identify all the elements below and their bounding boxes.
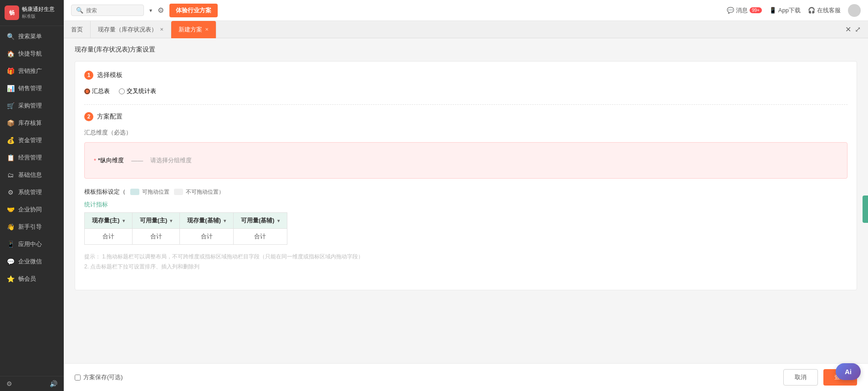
non-draggable-indicator: 不可拖动位置） (174, 188, 224, 196)
col-label-1: 可用量(主) (140, 216, 168, 225)
operations-icon: 📋 (6, 154, 15, 161)
search-menu-icon: 🔍 (6, 33, 15, 40)
option-summary[interactable]: 汇总表 (84, 87, 110, 95)
ai-bubble[interactable]: Ai (836, 363, 861, 380)
dimension-hint: 请选择分组维度 (150, 156, 192, 165)
sidebar-item-label: 库存核算 (18, 119, 42, 127)
template-options: 汇总表 交叉统计表 (84, 87, 848, 95)
dimension-area: * *纵向维度 —— 请选择分组维度 (84, 142, 848, 179)
sidebar-item-enterprise[interactable]: 🤝 企业协同 (0, 201, 64, 218)
online-support-btn[interactable]: 🎧 在线客服 (808, 6, 841, 15)
tab-close-all-btn[interactable]: ✕ (845, 25, 851, 34)
sidebar-item-sales[interactable]: 📊 销售管理 (0, 80, 64, 97)
trial-btn[interactable]: 体验行业方案 (169, 4, 218, 17)
draggable-toggle (130, 189, 139, 195)
cancel-button[interactable]: 取消 (783, 369, 818, 386)
app-download-btn[interactable]: 📱 App下载 (769, 6, 801, 15)
sidebar-item-newbie[interactable]: 👋 新手引导 (0, 218, 64, 236)
sidebar-item-label: 畅会员 (18, 275, 36, 283)
app-logo: 畅 畅康通好生意 标准版 (0, 0, 64, 26)
tabbar-controls: ✕ ⤢ (845, 25, 861, 34)
sidebar-item-member[interactable]: ⭐ 畅会员 (0, 270, 64, 288)
sidebar-item-purchase[interactable]: 🛒 采购管理 (0, 97, 64, 114)
sidebar-item-quick-nav[interactable]: 🏠 快捷导航 (0, 45, 64, 62)
stats-table: 现存量(主) ▾ 可用量(主) ▾ (84, 212, 287, 245)
tab-home[interactable]: 首页 (71, 21, 91, 38)
indicators-section: 模板指标设定（ 可拖动位置 不可拖动位置） 统计指标 (84, 188, 848, 272)
ai-label: Ai (845, 368, 852, 376)
radio-cross[interactable] (119, 88, 125, 94)
search-box[interactable]: 🔍 (71, 5, 144, 16)
col-chevron-1[interactable]: ▾ (170, 218, 172, 223)
sidebar-item-system[interactable]: ⚙ 系统管理 (0, 184, 64, 201)
col-chevron-2[interactable]: ▾ (224, 218, 226, 223)
sidebar-item-label: 经营管理 (18, 154, 42, 162)
sidebar-item-marketing[interactable]: 🎁 营销推广 (0, 62, 64, 80)
sidebar-footer: ⚙ 🔊 (0, 376, 64, 391)
col-label-3: 可用量(基辅) (241, 216, 275, 225)
topbar-actions: 💬 消息 99+ 📱 App下载 🎧 在线客服 (727, 4, 861, 17)
settings-icon[interactable]: ⚙ (6, 380, 12, 387)
right-handle[interactable] (863, 196, 868, 223)
indicators-label-text: 模板指标设定（ (84, 188, 126, 196)
app-center-icon: 📱 (6, 241, 15, 248)
user-avatar[interactable] (848, 4, 861, 17)
search-dropdown-icon[interactable]: ▾ (149, 7, 152, 14)
message-badge: 99+ (750, 7, 762, 13)
col-header-0[interactable]: 现存量(主) ▾ (85, 213, 133, 229)
message-btn[interactable]: 💬 消息 99+ (727, 6, 762, 15)
marketing-icon: 🎁 (6, 67, 15, 75)
sidebar-item-operations[interactable]: 📋 经营管理 (0, 149, 64, 166)
tab-inventory-label: 现存量（库存状况表） (98, 26, 157, 34)
radio-summary[interactable] (84, 88, 90, 94)
save-label: 方案保存(可选) (83, 373, 123, 381)
main-area: 🔍 ▾ ⚙ 体验行业方案 💬 消息 99+ 📱 App下载 🎧 在线客服 (64, 0, 868, 391)
sidebar-item-label: 企业协同 (18, 206, 42, 214)
logo-icon: 畅 (5, 5, 19, 20)
sidebar-item-wechat[interactable]: 💬 企业微信 (0, 253, 64, 270)
col-chevron-0[interactable]: ▾ (123, 218, 125, 223)
col-chevron-3[interactable]: ▾ (277, 218, 280, 223)
sidebar-item-app-center[interactable]: 📱 应用中心 (0, 236, 64, 253)
col-header-1[interactable]: 可用量(主) ▾ (132, 213, 180, 229)
sidebar-item-label: 销售管理 (18, 84, 42, 93)
option-cross[interactable]: 交叉统计表 (119, 87, 156, 95)
tab-inventory-status[interactable]: 现存量（库存状况表） ✕ (91, 21, 171, 38)
bottom-bar: 方案保存(可选) 取消 查询 (64, 363, 868, 391)
search-input[interactable] (86, 7, 139, 14)
phone-icon: 📱 (769, 7, 776, 14)
save-checkbox[interactable] (75, 375, 81, 381)
tab-expand-btn[interactable]: ⤢ (855, 25, 861, 34)
sidebar: 畅 畅康通好生意 标准版 🔍 搜索菜单 🏠 快捷导航 🎁 营销推广 📊 销售管理… (0, 0, 64, 391)
gear-icon[interactable]: ⚙ (158, 6, 164, 15)
sidebar-nav: 🔍 搜索菜单 🏠 快捷导航 🎁 营销推广 📊 销售管理 🛒 采购管理 📦 库存核… (0, 26, 64, 376)
enterprise-icon: 🤝 (6, 206, 15, 213)
tip-1: 提示： 1.拖动标题栏可以调整布局，不可跨维度或指标区域拖动栏目字段（只能在同一… (84, 252, 848, 262)
tab-new-plan[interactable]: 新建方案 ✕ (171, 21, 216, 38)
col-header-2[interactable]: 现存量(基辅) ▾ (180, 213, 234, 229)
tabbar: 首页 现存量（库存状况表） ✕ 新建方案 ✕ ✕ ⤢ (64, 21, 868, 38)
quick-nav-icon: 🏠 (6, 50, 15, 57)
audio-icon[interactable]: 🔊 (50, 380, 57, 387)
tab-inventory-close[interactable]: ✕ (160, 27, 163, 32)
sidebar-item-label: 企业微信 (18, 257, 42, 266)
col-header-3[interactable]: 可用量(基辅) ▾ (234, 213, 287, 229)
cell-3: 合计 (234, 229, 287, 245)
step1-title: 选择模板 (97, 71, 123, 79)
dimension-required-star: * (94, 157, 96, 164)
sidebar-item-label: 应用中心 (18, 240, 42, 248)
sidebar-item-base-info[interactable]: 🗂 基础信息 (0, 166, 64, 184)
sidebar-item-label: 快捷导航 (18, 50, 42, 58)
online-support-label: 在线客服 (817, 6, 841, 15)
col-label-2: 现存量(基辅) (187, 216, 221, 225)
save-option[interactable]: 方案保存(可选) (75, 373, 123, 381)
search-icon: 🔍 (76, 7, 83, 14)
stats-section-title: 统计指标 (84, 201, 848, 209)
tab-new-plan-close[interactable]: ✕ (205, 27, 209, 32)
dimension-dash: —— (131, 157, 143, 164)
step1-section: 1 选择模板 汇总表 交叉统计表 (84, 71, 848, 95)
sidebar-item-inventory[interactable]: 📦 库存核算 (0, 114, 64, 132)
sidebar-item-finance[interactable]: 💰 资金管理 (0, 132, 64, 149)
sidebar-item-search-menu[interactable]: 🔍 搜索菜单 (0, 28, 64, 45)
step2-header: 2 方案配置 (84, 112, 848, 121)
